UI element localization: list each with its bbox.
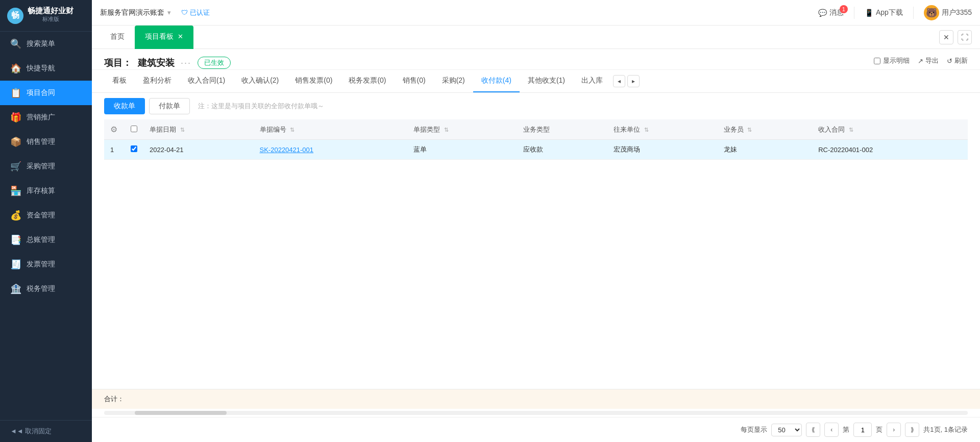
- sub-tab-receipt[interactable]: 收付款(4): [473, 70, 520, 92]
- page-first-button[interactable]: ⟪: [806, 423, 820, 437]
- tab-home[interactable]: 首页: [100, 26, 135, 49]
- sidebar-item-finance[interactable]: 💰 资金管理: [0, 203, 92, 228]
- page-last-button[interactable]: ⟫: [905, 423, 919, 437]
- th-contract[interactable]: 收入合同 ⇅: [812, 119, 968, 140]
- sidebar-item-project[interactable]: 📋 项目合同: [0, 81, 92, 105]
- inner-tab-payment[interactable]: 付款单: [149, 98, 190, 114]
- tab-close-icon[interactable]: ✕: [178, 33, 183, 40]
- show-detail-checkbox[interactable]: 显示明细: [874, 56, 910, 65]
- export-button[interactable]: ↗ 导出: [918, 56, 939, 65]
- inventory-icon: 🏪: [10, 185, 21, 197]
- tab-project-board[interactable]: 项目看板 ✕: [135, 26, 193, 49]
- th-gear[interactable]: ⚙: [104, 119, 125, 140]
- sub-tab-income-confirm[interactable]: 收入确认(2): [233, 70, 287, 92]
- project-more-button[interactable]: ···: [181, 58, 191, 68]
- th-type[interactable]: 单据类型 ⇅: [407, 119, 518, 140]
- sidebar-item-label: 快捷导航: [27, 64, 55, 73]
- logo-title: 畅捷通好业财: [28, 6, 74, 15]
- row-checkbox[interactable]: [131, 145, 137, 152]
- table-footer: 合计：: [92, 389, 980, 409]
- chevron-down-icon[interactable]: ▾: [167, 9, 171, 16]
- sub-tab-other-expense[interactable]: 其他收支(1): [520, 70, 573, 92]
- th-checkbox: [125, 119, 143, 140]
- sidebar-item-search[interactable]: 🔍 搜索菜单: [0, 32, 92, 56]
- sub-tab-sales-invoice[interactable]: 销售发票(0): [287, 70, 340, 92]
- sub-tab-purchase[interactable]: 采购(2): [434, 70, 473, 92]
- sub-tabs-next[interactable]: ▸: [627, 75, 640, 87]
- td-type: 蓝单: [407, 140, 518, 160]
- project-status-badge: 已生效: [198, 57, 231, 69]
- app-download-button[interactable]: 📱 App下载: [865, 8, 903, 17]
- sidebar-item-label: 资金管理: [27, 211, 55, 220]
- message-icon: 💬: [818, 9, 827, 17]
- sub-tab-income-contract[interactable]: 收入合同(1): [180, 70, 233, 92]
- message-badge: 1: [840, 5, 848, 13]
- sub-tab-tax-invoice[interactable]: 税务发票(0): [340, 70, 394, 92]
- page-next-button[interactable]: ›: [887, 423, 901, 437]
- sidebar-item-ledger[interactable]: 📑 总账管理: [0, 228, 92, 252]
- sidebar-item-marketing[interactable]: 🎁 营销推广: [0, 105, 92, 130]
- sales-icon: 📦: [10, 136, 21, 148]
- sub-tab-inout[interactable]: 出入库: [573, 70, 611, 92]
- th-biz-type: 业务类型: [517, 119, 607, 140]
- sidebar-item-sales[interactable]: 📦 销售管理: [0, 130, 92, 154]
- sidebar-item-label: 发票管理: [27, 260, 55, 269]
- sidebar-item-purchase[interactable]: 🛒 采购管理: [0, 154, 92, 179]
- sidebar-item-quick-nav[interactable]: 🏠 快捷导航: [0, 56, 92, 81]
- sub-tabs-prev[interactable]: ◂: [613, 75, 625, 87]
- page-total: 共1页, 1条记录: [923, 425, 968, 434]
- horizontal-scrollbar[interactable]: [92, 409, 980, 417]
- tab-expand-button[interactable]: ⛶: [958, 30, 972, 44]
- sidebar-item-invoice[interactable]: 🧾 发票管理: [0, 252, 92, 277]
- td-number[interactable]: SK-20220421-001: [254, 140, 407, 160]
- sub-tab-kanban[interactable]: 看板: [104, 70, 135, 92]
- page-size-select[interactable]: 50 100 200: [771, 424, 802, 436]
- td-date: 2022-04-21: [143, 140, 254, 160]
- scrollbar-thumb[interactable]: [135, 411, 227, 415]
- phone-icon: 📱: [865, 9, 873, 17]
- divider: [913, 7, 914, 19]
- sidebar-item-label: 销售管理: [27, 137, 55, 146]
- page-prev-button[interactable]: ‹: [824, 423, 839, 437]
- sub-tab-sales[interactable]: 销售(0): [395, 70, 434, 92]
- home-icon: 🏠: [10, 63, 21, 74]
- td-seq: 1: [104, 140, 125, 160]
- data-table: ⚙ 单据日期 ⇅ 单据编号 ⇅: [104, 119, 968, 160]
- gear-icon[interactable]: ⚙: [110, 125, 117, 134]
- refresh-button[interactable]: ↺ 刷新: [947, 56, 968, 65]
- sidebar-item-inventory[interactable]: 🏪 库存核算: [0, 179, 92, 203]
- select-all-checkbox[interactable]: [131, 126, 137, 132]
- sidebar-item-label: 税务管理: [27, 284, 55, 293]
- table-row[interactable]: 1 2022-04-21 SK-20220421-001 蓝单: [104, 140, 968, 160]
- logo-version: 标准版: [28, 15, 74, 25]
- project-icon: 📋: [10, 87, 21, 99]
- project-header-actions: 显示明细 ↗ 导出 ↺ 刷新: [874, 56, 968, 69]
- message-button[interactable]: 💬 消息 1: [818, 8, 844, 17]
- page-label: 第: [843, 425, 849, 434]
- sub-tabs-nav: ◂ ▸: [613, 75, 640, 87]
- topbar-certified: 🛡 已认证: [181, 8, 210, 17]
- inner-tabs: 收款单 付款单 注：这里是与项目关联的全部收付款单哦～: [92, 93, 980, 114]
- page-label2: 页: [876, 425, 883, 434]
- sidebar-item-label: 搜索菜单: [27, 39, 55, 48]
- tab-close-button[interactable]: ✕: [939, 30, 953, 44]
- sidebar-unpin[interactable]: ◄◄ 取消固定: [0, 420, 92, 442]
- td-contract: RC-20220401-002: [812, 140, 968, 160]
- th-staff[interactable]: 业务员 ⇅: [718, 119, 812, 140]
- sub-tab-profit[interactable]: 盈利分析: [135, 70, 180, 92]
- inner-tab-note: 注：这里是与项目关联的全部收付款单哦～: [198, 102, 324, 111]
- tab-actions: ✕ ⛶: [939, 30, 972, 44]
- sidebar-item-label: 总账管理: [27, 235, 55, 244]
- pagination: 每页显示 50 100 200 ⟪ ‹ 第 页 › ⟫ 共1页, 1条记录: [92, 417, 980, 442]
- main-area: 新服务官网演示账套 ▾ 🛡 已认证 💬 消息 1 📱 App下载 🐻: [92, 0, 980, 442]
- page-input[interactable]: [853, 423, 872, 437]
- inner-tab-receipt[interactable]: 收款单: [104, 98, 145, 114]
- gift-icon: 🎁: [10, 112, 21, 123]
- th-number[interactable]: 单据编号 ⇅: [254, 119, 407, 140]
- th-partner[interactable]: 往来单位 ⇅: [607, 119, 718, 140]
- user-menu[interactable]: 🐻 用户3355: [924, 5, 972, 20]
- sidebar-menu: 🔍 搜索菜单 🏠 快捷导航 📋 项目合同 🎁 营销推广 📦 销售管理 🛒 采购管…: [0, 32, 92, 420]
- sidebar: 畅 畅捷通好业财 标准版 🔍 搜索菜单 🏠 快捷导航 📋 项目合同 🎁 营销推广…: [0, 0, 92, 442]
- th-date[interactable]: 单据日期 ⇅: [143, 119, 254, 140]
- sidebar-item-tax[interactable]: 🏦 税务管理: [0, 277, 92, 301]
